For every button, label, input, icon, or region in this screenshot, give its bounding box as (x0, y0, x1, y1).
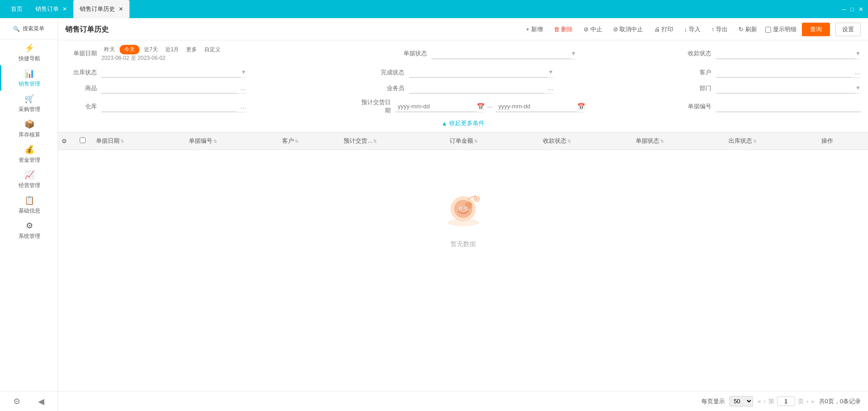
warehouse-dots[interactable]: ... (240, 102, 246, 111)
page-size-select[interactable]: 50 10 20 100 (729, 396, 753, 406)
sidebar-item-quick-nav[interactable]: ⚡ 快捷导航 (0, 40, 58, 65)
bill-status-select[interactable] (432, 48, 571, 59)
date-today[interactable]: 今天 (120, 45, 139, 54)
sidebar-item-finance[interactable]: 💰 资金管理 (0, 141, 58, 167)
inventory-icon: 📦 (24, 119, 34, 129)
th-order-amount[interactable]: 订单金额⇅ (446, 132, 539, 150)
date-7days[interactable]: 近7天 (141, 45, 161, 54)
filter-row-3: 商品 ... 业务员 ... 部门 ▼ (65, 82, 861, 94)
th-bill-status[interactable]: 单据状态⇅ (632, 132, 725, 150)
tab-sales-order-history[interactable]: 销售订单历史 ✕ (73, 0, 129, 18)
bill-number-input[interactable] (716, 101, 861, 112)
warehouse-input[interactable] (101, 101, 237, 112)
sidebar-item-sales[interactable]: 📊 销售管理 (0, 65, 58, 91)
table-footer: 每页显示 50 10 20 100 « ‹ 第 页 › » 共0页，0条记录 (58, 391, 868, 411)
date-more[interactable]: 更多 (183, 45, 200, 54)
data-table: ⚙ 单据日期⇅ 单据编号⇅ 客户⇅ 预计交货...⇅ 订单金额⇅ 收款状态⇅ 单… (58, 132, 868, 285)
maximize-icon[interactable]: □ (850, 6, 854, 13)
date-yesterday[interactable]: 昨天 (101, 45, 118, 54)
first-page-btn[interactable]: « (758, 398, 761, 405)
sidebar-item-basics[interactable]: 📋 基础信息 (0, 192, 58, 218)
sidebar-item-purchase-label: 采购管理 (19, 106, 40, 113)
product-input[interactable] (101, 82, 237, 93)
th-delivery-status[interactable]: 出库状态⇅ (725, 132, 818, 150)
window-close-icon[interactable]: ✕ (858, 6, 863, 13)
collapse-sidebar-icon[interactable]: ◀ (38, 396, 44, 406)
search-icon: 🔍 (13, 26, 20, 32)
sidebar-item-purchase[interactable]: 🛒 采购管理 (0, 91, 58, 116)
date-custom[interactable]: 自定义 (201, 45, 223, 54)
last-page-btn[interactable]: » (811, 398, 814, 405)
th-payment-status[interactable]: 收款状态⇅ (539, 132, 632, 150)
page-size-label: 每页显示 (701, 397, 725, 406)
window-controls: ─ □ ✕ (842, 6, 863, 13)
filter-row-2: 出库状态 ▼ 完成状态 ▼ 客户 ... (65, 67, 861, 78)
next-page-btn[interactable]: › (806, 398, 808, 405)
display-toggle-checkbox[interactable] (765, 27, 771, 33)
prev-page-btn[interactable]: ‹ (764, 398, 766, 405)
basics-icon: 📋 (24, 195, 34, 205)
sidebar-item-operations[interactable]: 📈 经营管理 (0, 167, 58, 192)
calendar-from-icon[interactable]: 📅 (477, 103, 484, 110)
delivery-status-label: 出库状态 (65, 68, 101, 77)
sidebar-item-quick-nav-label: 快捷导航 (19, 55, 40, 63)
refresh-button[interactable]: ↻ 刷新 (736, 24, 760, 35)
svg-text:?: ? (475, 198, 477, 201)
settings-bottom-icon[interactable]: ⚙ (13, 396, 20, 406)
customer-label: 客户 (680, 68, 716, 77)
collapse-more[interactable]: ▲ 收起更多条件 (65, 119, 861, 127)
date-range-text: 2023-06-02 至 2023-06-02 (101, 54, 292, 62)
tab-sales-order-close[interactable]: ✕ (62, 6, 67, 12)
tab-sales-order[interactable]: 销售订单 ✕ (29, 0, 73, 18)
delivery-status-select[interactable] (101, 67, 241, 77)
delete-button[interactable]: 🗑 删除 (551, 24, 576, 35)
minimize-icon[interactable]: ─ (842, 6, 846, 13)
tab-home[interactable]: 首页 (5, 0, 29, 18)
finance-icon: 💰 (24, 145, 34, 155)
sidebar-search[interactable]: 🔍 搜索菜单 (0, 18, 58, 40)
page-input[interactable] (777, 396, 795, 406)
th-customer[interactable]: 客户⇅ (278, 132, 340, 150)
cancel-stop-button[interactable]: ⊘ 取消中止 (610, 24, 646, 35)
sort-expected-icon: ⇅ (373, 139, 377, 144)
department-select[interactable] (716, 82, 855, 93)
expected-date-label: 预计交货日期 (359, 98, 395, 115)
product-dots[interactable]: ... (240, 84, 246, 92)
query-button[interactable]: 查询 (802, 23, 830, 36)
stop-button[interactable]: ⊘ 中止 (581, 24, 605, 35)
settings-button[interactable]: 设置 (835, 23, 861, 36)
import-button[interactable]: ↓ 导入 (681, 24, 703, 35)
salesperson-dots[interactable]: ... (547, 84, 553, 92)
select-all-checkbox[interactable] (80, 137, 86, 143)
customer-dots[interactable]: ... (855, 68, 861, 76)
th-date[interactable]: 单据日期⇅ (92, 132, 185, 150)
export-button[interactable]: ↑ 导出 (709, 24, 730, 35)
calendar-to-icon[interactable]: 📅 (577, 103, 585, 110)
product-label: 商品 (65, 84, 101, 92)
sort-customer-icon: ⇅ (295, 139, 298, 144)
display-toggle[interactable]: 显示明细 (765, 25, 796, 34)
new-button[interactable]: + 新增 (523, 24, 545, 35)
th-checkbox[interactable] (76, 132, 92, 150)
total-info: 共0页，0条记录 (819, 397, 861, 406)
sidebar-item-inventory[interactable]: 📦 库存核算 (0, 116, 58, 141)
salesperson-input[interactable] (409, 82, 544, 93)
warehouse-label: 仓库 (65, 102, 101, 111)
sidebar-item-finance-label: 资金管理 (19, 156, 40, 164)
print-button[interactable]: 🖨 打印 (652, 24, 676, 35)
th-settings[interactable]: ⚙ (58, 132, 76, 150)
complete-status-select[interactable] (409, 67, 548, 77)
th-expected-delivery[interactable]: 预计交货...⇅ (340, 132, 446, 150)
svg-point-6 (460, 208, 461, 209)
date-1month[interactable]: 近1月 (163, 45, 182, 54)
sidebar-search-label: 搜索菜单 (23, 25, 44, 33)
sidebar-item-system[interactable]: ⚙ 系统管理 (0, 218, 58, 243)
expected-date-to[interactable] (496, 101, 577, 112)
th-number[interactable]: 单据编号⇅ (185, 132, 278, 150)
payment-status-select[interactable] (716, 48, 855, 59)
page-nav: « ‹ 第 页 › » (758, 396, 814, 406)
table-wrapper: ⚙ 单据日期⇅ 单据编号⇅ 客户⇅ 预计交货...⇅ 订单金额⇅ 收款状态⇅ 单… (58, 132, 868, 391)
tab-sales-order-history-close[interactable]: ✕ (119, 6, 123, 12)
customer-input[interactable] (716, 67, 851, 77)
expected-date-from[interactable] (395, 101, 477, 112)
